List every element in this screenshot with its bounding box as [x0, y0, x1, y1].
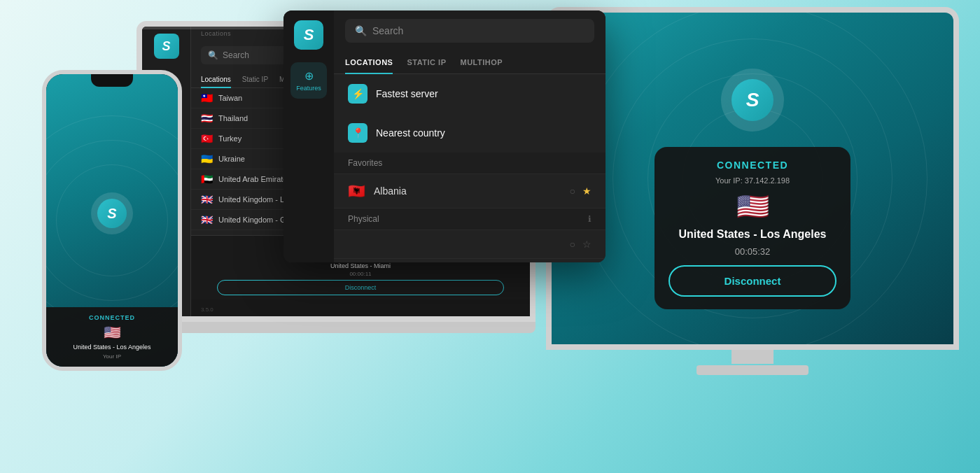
- laptop-logo-letter: S: [162, 39, 170, 54]
- phone-logo: S: [91, 192, 133, 234]
- panel-fastest-server[interactable]: ⚡ Fastest server: [334, 74, 606, 113]
- physical-info-icon[interactable]: ℹ: [588, 214, 592, 224]
- tv-logo: S: [721, 69, 784, 132]
- tv-location: United States - Los Angeles: [679, 228, 827, 241]
- main-app-panel: S ⊕ Features 🔍 Search LOCATIONS STATIC I…: [284, 10, 606, 262]
- phone-logo-letter: S: [107, 206, 116, 222]
- phone: S CONNECTED 🇺🇸 United States - Los Angel…: [42, 70, 182, 371]
- laptop-base: [136, 322, 536, 333]
- laptop-conn-timer: 00:00:11: [349, 271, 371, 277]
- flag-turkey: 🇹🇷: [201, 133, 213, 144]
- laptop-version-row: 3.5.0: [191, 299, 530, 316]
- country-albania: Albania: [374, 185, 561, 197]
- flag-taiwan: 🇹🇼: [201, 92, 213, 104]
- panel-country-row-1[interactable]: ○ ☆: [334, 230, 606, 259]
- flag-albania: 🇦🇱: [348, 183, 365, 199]
- tv-monitor: S CONNECTED Your IP: 37.142.2.198 🇺🇸 Uni…: [546, 7, 959, 385]
- panel-tab-multihop[interactable]: MULTIHOP: [461, 51, 503, 73]
- panel-tab-static-ip[interactable]: STATIC IP: [407, 51, 446, 73]
- actions-placeholder-1: ○ ☆: [570, 239, 592, 250]
- flag-uk2: 🇬🇧: [201, 214, 213, 225]
- tv-timer: 00:05:32: [735, 246, 771, 257]
- tv-screen: S CONNECTED Your IP: 37.142.2.198 🇺🇸 Uni…: [546, 7, 959, 350]
- phone-logo-inner: S: [97, 199, 127, 228]
- albania-actions: ○ ★: [570, 185, 592, 197]
- tv-logo-inner: S: [732, 79, 774, 121]
- favorites-section-label: Favorites: [348, 158, 592, 168]
- flag-thailand: 🇹🇭: [201, 113, 213, 124]
- tv-connected-card: CONNECTED Your IP: 37.142.2.198 🇺🇸 Unite…: [654, 147, 850, 309]
- albania-favorite-icon[interactable]: ★: [582, 185, 592, 197]
- panel-logo-letter: S: [304, 26, 314, 44]
- panel-features-icon: ⊕: [304, 69, 314, 83]
- tv-ip-display: Your IP: 37.142.2.198: [715, 176, 790, 185]
- laptop-conn-location: United States - Miami: [330, 262, 391, 269]
- panel-search-box[interactable]: 🔍 Search: [345, 19, 594, 43]
- laptop-disconnect-button[interactable]: Disconnect: [217, 280, 504, 295]
- panel-location-list: ⚡ Fastest server 📍 Nearest country Favor…: [334, 74, 606, 262]
- panel-search-area: 🔍 Search: [334, 10, 606, 51]
- tv-flag: 🇺🇸: [736, 193, 769, 220]
- laptop-version: 3.5.0: [201, 306, 214, 313]
- panel-logo: S: [294, 20, 323, 50]
- phone-bottom-card: CONNECTED 🇺🇸 United States - Los Angeles…: [46, 307, 178, 367]
- tv-neck: [732, 350, 774, 364]
- laptop-tab-static-ip[interactable]: Static IP: [242, 71, 268, 87]
- laptop-tab-locations[interactable]: Locations: [201, 71, 231, 87]
- panel-physical-section: Physical ℹ: [334, 209, 606, 230]
- flag-uae: 🇦🇪: [201, 174, 213, 185]
- phone-body: S CONNECTED 🇺🇸 United States - Los Angel…: [42, 70, 182, 371]
- panel-tabs: LOCATIONS STATIC IP MULTIHOP: [334, 51, 606, 74]
- connect-icon-1[interactable]: ○: [570, 239, 575, 250]
- laptop-sidebar-logo: S: [154, 34, 179, 59]
- nearest-icon: 📍: [348, 123, 368, 143]
- tv-logo-letter: S: [746, 89, 760, 111]
- fastest-icon: ⚡: [348, 84, 368, 104]
- tv-stand: [546, 350, 959, 385]
- phone-screen: S CONNECTED 🇺🇸 United States - Los Angel…: [46, 74, 178, 367]
- panel-nearest-country[interactable]: 📍 Nearest country: [334, 113, 606, 153]
- flag-uk1: 🇬🇧: [201, 194, 213, 205]
- panel-content: 🔍 Search LOCATIONS STATIC IP MULTIHOP ⚡ …: [334, 10, 606, 262]
- panel-features-label: Features: [296, 85, 321, 92]
- tv-connected-label: CONNECTED: [717, 160, 788, 171]
- panel-search-icon: 🔍: [355, 25, 367, 36]
- albania-connect-icon[interactable]: ○: [570, 185, 575, 197]
- physical-section-label: Physical: [348, 214, 580, 224]
- panel-sidebar-features[interactable]: ⊕ Features: [290, 62, 327, 99]
- fastest-label: Fastest server: [376, 88, 438, 99]
- tv-ip-value: 37.142.2.198: [745, 176, 790, 185]
- panel-sidebar: S ⊕ Features: [284, 10, 334, 262]
- favorite-icon-1[interactable]: ☆: [582, 239, 592, 250]
- tv-disconnect-button[interactable]: Disconnect: [668, 265, 836, 297]
- flag-ukraine: 🇺🇦: [201, 153, 213, 164]
- laptop-search-placeholder: Search: [223, 50, 249, 60]
- phone-flag: 🇺🇸: [104, 324, 121, 341]
- phone-location: United States - Los Angeles: [73, 344, 150, 351]
- phone-notch: [91, 74, 133, 87]
- scene: S CONNECTED Your IP: 37.142.2.198 🇺🇸 Uni…: [0, 0, 980, 473]
- phone-ip: Your IP: [103, 353, 121, 360]
- nearest-label: Nearest country: [376, 127, 445, 139]
- panel-search-placeholder: Search: [372, 25, 403, 36]
- tv-ip-label: Your IP:: [715, 176, 743, 185]
- panel-favorites-section: Favorites: [334, 153, 606, 174]
- phone-connected-label: CONNECTED: [89, 314, 135, 321]
- laptop-search-icon: 🔍: [208, 50, 218, 60]
- panel-tab-locations[interactable]: LOCATIONS: [345, 51, 393, 73]
- panel-country-albania[interactable]: 🇦🇱 Albania ○ ★: [334, 174, 606, 209]
- tv-base: [696, 365, 808, 375]
- panel-country-row-2[interactable]: ○ ☆: [334, 259, 606, 262]
